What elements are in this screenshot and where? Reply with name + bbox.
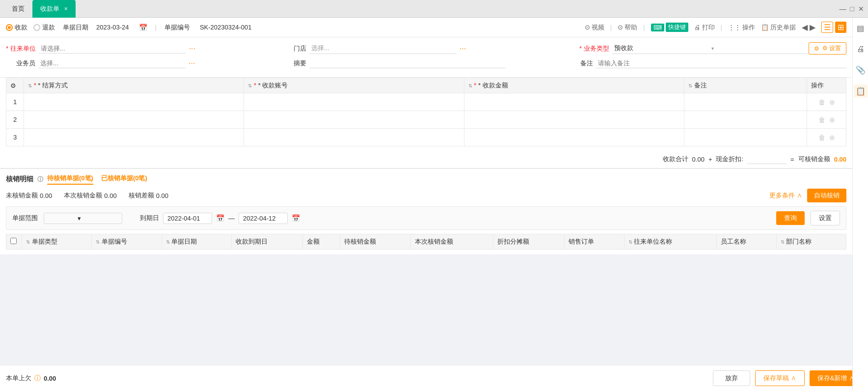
settings-button[interactable]: ⚙ ⚙ 设置 <box>809 42 846 55</box>
staff-more-btn[interactable]: ··· <box>186 59 198 68</box>
diff-amount: 核销差额 0.00 <box>129 191 168 200</box>
cell-account-1[interactable] <box>244 93 464 111</box>
range-label: 单据范围 <box>12 214 38 223</box>
th-settings[interactable]: ⚙ <box>6 78 24 93</box>
shortcut-btn[interactable]: ⌨ 快捷键 <box>651 23 688 32</box>
biz-type-dropdown-icon[interactable]: ▾ <box>711 46 807 51</box>
summary-input[interactable] <box>309 58 506 68</box>
receipt-radio[interactable]: 收款 <box>6 23 27 32</box>
delete-icon-2[interactable]: 🗑 <box>818 116 825 124</box>
counterpart-field: * 往来单位 ··· <box>6 44 273 54</box>
query-btn[interactable]: 查询 <box>776 211 805 225</box>
ops-btn[interactable]: ⋮⋮ 操作 <box>728 23 755 32</box>
table-row: 1 🗑 ⊕ <box>6 93 846 111</box>
pending-tab[interactable]: 待核销单据(0笔) <box>47 174 93 185</box>
info-icon[interactable]: ⓘ <box>37 175 43 184</box>
cell-remark-2[interactable] <box>684 111 807 129</box>
writeoff-settings-btn[interactable]: 设置 <box>811 211 840 225</box>
select-all-checkbox[interactable] <box>10 238 17 244</box>
eq-sign: = <box>790 156 794 163</box>
tab-home[interactable]: 首页 <box>4 0 32 18</box>
more-filter-btn[interactable]: 更多条件 ∧ <box>769 191 802 200</box>
staff-input[interactable] <box>38 58 186 68</box>
discount-label: 现金折扣: <box>716 155 743 164</box>
cell-settlement-3[interactable] <box>24 129 244 146</box>
refund-radio[interactable]: 退款 <box>33 23 55 32</box>
th-doc-type: ⇅ 单据类型 <box>22 234 92 250</box>
sidebar-clipboard-icon[interactable]: 📋 <box>854 84 868 98</box>
ops-icon: ⋮⋮ <box>728 24 741 31</box>
close-icon[interactable]: ✕ <box>858 5 864 13</box>
form-row-1: * 往来单位 ··· 门店 选择... ··· * 业务类型 预收款 ▾ <box>6 42 846 55</box>
th-due-date: 收款到期日 <box>231 234 302 250</box>
counterpart-label: * 往来单位 <box>6 44 36 53</box>
date-from-input[interactable] <box>163 213 212 224</box>
query-range-row: 单据范围 ▾ 到期日 📅 — 📅 查询 设置 <box>6 206 846 230</box>
counterpart-input[interactable] <box>39 44 186 54</box>
remark-label: 备注 <box>579 59 593 68</box>
tab-close-icon[interactable]: × <box>64 5 68 12</box>
sidebar-table-icon[interactable]: ▤ <box>855 22 866 35</box>
delete-icon-3[interactable]: 🗑 <box>818 134 825 141</box>
remark-field: 备注 <box>579 58 846 68</box>
done-tab[interactable]: 已核销单据(0笔) <box>101 174 147 185</box>
copy-icon-1[interactable]: ⊕ <box>829 98 835 106</box>
date-to-input[interactable] <box>239 213 288 224</box>
sidebar-print-icon[interactable]: 🖨 <box>855 43 867 56</box>
summary-field: 摘要 <box>293 58 560 68</box>
divider2: | <box>643 24 645 31</box>
help-btn[interactable]: ⊙ 帮助 <box>618 23 637 32</box>
list-view-btn[interactable]: ☰ <box>821 22 833 33</box>
maximize-icon[interactable]: □ <box>850 5 854 13</box>
print-btn[interactable]: 🖨 打印 <box>694 23 715 32</box>
current-value: 0.00 <box>104 192 116 199</box>
store-label: 门店 <box>293 44 306 53</box>
video-icon: ⊙ <box>585 24 590 31</box>
th-checkbox <box>6 234 22 250</box>
cell-ops-1: 🗑 ⊕ <box>807 93 846 111</box>
cell-amount-1[interactable] <box>464 93 684 111</box>
discount-input[interactable] <box>747 154 787 164</box>
tab-receipt[interactable]: 收款单 × <box>32 0 76 18</box>
store-select[interactable]: 选择... <box>309 43 457 54</box>
cell-amount-3[interactable] <box>464 129 684 146</box>
cell-remark-3[interactable] <box>684 129 807 146</box>
video-btn[interactable]: ⊙ 视频 <box>585 23 604 32</box>
store-more-btn[interactable]: ··· <box>457 44 469 53</box>
cell-settlement-2[interactable] <box>24 111 244 129</box>
history-btn[interactable]: 📋 历史单据 <box>761 23 796 32</box>
next-arrow[interactable]: ▶ <box>810 23 815 32</box>
counterpart-more-btn[interactable]: ··· <box>186 44 198 53</box>
staff-label: 业务员 <box>6 59 35 68</box>
remark-input[interactable] <box>596 58 846 68</box>
summary-row: 收款合计 0.00 + 现金折扣: = 可核销金额 0.00 <box>0 150 852 169</box>
copy-icon-3[interactable]: ⊕ <box>829 134 835 141</box>
biz-type-select[interactable]: 预收款 ▾ <box>612 43 809 54</box>
minimize-icon[interactable]: — <box>840 5 846 13</box>
grid-view-btn[interactable]: ⊞ <box>835 22 846 33</box>
receipt-table: ⚙ ⇅ * * 结算方式 ⇅ * * 收款账号 ⇅ * <box>6 78 846 146</box>
cell-amount-2[interactable] <box>464 111 684 129</box>
store-field: 门店 选择... ··· <box>293 43 560 54</box>
delete-icon-1[interactable]: 🗑 <box>818 98 825 106</box>
settings-icon: ⚙ <box>814 45 819 52</box>
row-num-2: 2 <box>6 111 24 129</box>
th-amount: 金额 <box>302 234 340 250</box>
view-btns: ☰ ⊞ <box>821 22 846 33</box>
auto-writeoff-btn[interactable]: 自动核销 <box>807 189 846 202</box>
calendar-icon[interactable]: 📅 <box>139 24 147 31</box>
gear-icon[interactable]: ⚙ <box>10 82 16 89</box>
range-select[interactable]: ▾ <box>44 213 122 224</box>
cell-account-3[interactable] <box>244 129 464 146</box>
prev-arrow[interactable]: ◀ <box>802 23 808 32</box>
sidebar-attach-icon[interactable]: 📎 <box>854 63 868 77</box>
cell-settlement-1[interactable] <box>24 93 244 111</box>
calendar-to-icon[interactable]: 📅 <box>292 214 300 222</box>
biz-type-value: 预收款 <box>614 44 709 53</box>
cell-remark-1[interactable] <box>684 93 807 111</box>
calendar-from-icon[interactable]: 📅 <box>216 214 224 222</box>
cell-account-2[interactable] <box>244 111 464 129</box>
total-value: 0.00 <box>692 156 705 163</box>
separator: | <box>155 24 157 31</box>
copy-icon-2[interactable]: ⊕ <box>829 116 835 124</box>
